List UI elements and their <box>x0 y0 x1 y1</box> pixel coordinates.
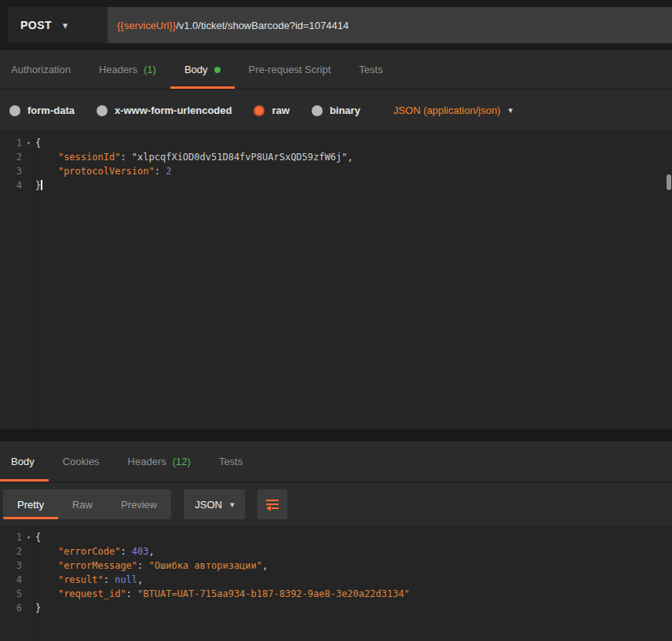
code-text: "errorMessage": "Ошибка авторизации", <box>35 559 268 573</box>
tab-label: Pre-request Script <box>249 64 331 75</box>
tab-response-headers[interactable]: Headers (12) <box>114 441 205 482</box>
response-body-editor[interactable]: 1▾{2 "errorCode": 403,3 "errorMessage": … <box>0 526 672 641</box>
chevron-down-icon: ▾ <box>508 105 513 115</box>
body-mode-binary[interactable]: binary <box>312 104 360 116</box>
body-type-selector: form-data x-www-form-urlencoded raw bina… <box>0 90 672 132</box>
fold-gutter-spacer <box>22 150 35 164</box>
line-number: 4 <box>0 573 22 587</box>
fold-gutter-spacer <box>22 573 35 587</box>
postman-app: POST ▾ {{serviceUrl}} /v1.0/ticket/showB… <box>0 0 672 641</box>
code-text: "result": null, <box>35 573 143 587</box>
request-url-bar: POST ▾ {{serviceUrl}} /v1.0/ticket/showB… <box>0 0 672 50</box>
line-number: 1 <box>0 136 22 150</box>
syntax-token-punc: : <box>104 574 115 585</box>
tab-headers[interactable]: Headers (1) <box>85 50 170 89</box>
syntax-token-key: "protocolVersion" <box>58 166 155 177</box>
line-number: 3 <box>0 559 22 573</box>
tab-response-cookies[interactable]: Cookies <box>49 441 114 482</box>
body-mode-urlencoded[interactable]: x-www-form-urlencoded <box>97 104 232 116</box>
syntax-token-punc: , <box>149 546 155 557</box>
url-input[interactable]: {{serviceUrl}} /v1.0/ticket/showBarcode?… <box>108 7 672 43</box>
fold-toggle-icon[interactable]: ▾ <box>22 136 35 150</box>
syntax-token-plain <box>35 574 58 585</box>
code-line[interactable]: 3 "protocolVersion": 2 <box>0 164 672 178</box>
syntax-token-punc: , <box>347 152 352 163</box>
fold-gutter-spacer <box>22 601 35 615</box>
mode-label: x-www-form-urlencoded <box>115 104 232 116</box>
request-body-editor[interactable]: 1▾{2 "sessionId": "xlpcqfXiOD0dv51D84fvP… <box>0 132 672 429</box>
response-tabs: Body Cookies Headers (12) Tests <box>0 441 672 482</box>
tab-label: Cookies <box>63 456 100 467</box>
code-line[interactable]: 5 "request_id": "BTUAT=UAT-715aa934-b187… <box>0 587 672 601</box>
code-text: "protocolVersion": 2 <box>35 164 171 178</box>
scrollbar-thumb[interactable] <box>667 174 671 190</box>
response-format-dropdown[interactable]: JSON ▾ <box>184 489 245 519</box>
syntax-token-plain <box>35 546 58 557</box>
syntax-token-punc: : <box>155 166 166 177</box>
radio-selected-icon <box>254 105 265 116</box>
syntax-token-plain <box>35 166 58 177</box>
chevron-down-icon: ▾ <box>63 20 68 31</box>
content-type-dropdown[interactable]: JSON (application/json) ▾ <box>393 104 513 116</box>
view-preview-button[interactable]: Preview <box>107 489 171 519</box>
code-line[interactable]: 4 "result": null, <box>0 573 672 587</box>
wrap-lines-icon <box>265 498 280 511</box>
pane-resize-handle[interactable] <box>0 429 672 441</box>
tab-pre-request-script[interactable]: Pre-request Script <box>235 50 345 89</box>
fold-gutter-spacer <box>22 587 35 601</box>
text-cursor <box>41 180 42 190</box>
syntax-token-str: "Ошибка авторизации" <box>149 560 263 571</box>
syntax-token-punc: : <box>120 152 131 163</box>
code-text: "errorCode": 403, <box>35 544 155 559</box>
tab-tests[interactable]: Tests <box>345 50 396 89</box>
tab-response-tests[interactable]: Tests <box>205 441 257 482</box>
body-mode-form-data[interactable]: form-data <box>9 104 75 116</box>
radio-icon <box>97 105 108 116</box>
mode-label: form-data <box>27 104 75 116</box>
tab-response-body[interactable]: Body <box>0 441 49 482</box>
code-line[interactable]: 4} <box>0 178 672 192</box>
green-dot-icon <box>214 67 221 73</box>
view-raw-button[interactable]: Raw <box>58 489 107 519</box>
mode-label: raw <box>272 104 289 116</box>
code-text: { <box>35 136 41 150</box>
response-view-switcher: Pretty Raw Preview <box>3 489 171 519</box>
syntax-token-punc: { <box>35 532 41 543</box>
line-number: 4 <box>0 178 22 192</box>
syntax-token-num: 403 <box>132 546 149 557</box>
syntax-token-plain <box>35 588 58 599</box>
syntax-token-punc: } <box>35 180 41 191</box>
code-line[interactable]: 2 "sessionId": "xlpcqfXiOD0dv51D84fvP8UA… <box>0 150 672 164</box>
syntax-token-str: "xlpcqfXiOD0dv51D84fvP8UArSxQD59zfW6j" <box>132 152 348 163</box>
syntax-token-punc: , <box>262 560 268 571</box>
tab-label: Body <box>184 64 208 75</box>
syntax-token-null: null <box>115 574 137 585</box>
code-line[interactable]: 3 "errorMessage": "Ошибка авторизации", <box>0 559 672 573</box>
method-dropdown[interactable]: POST ▾ <box>8 7 108 43</box>
body-mode-raw[interactable]: raw <box>254 104 289 116</box>
tab-body[interactable]: Body <box>170 50 235 89</box>
code-line[interactable]: 1▾{ <box>0 136 672 150</box>
code-line[interactable]: 1▾{ <box>0 530 672 544</box>
syntax-token-punc: : <box>120 546 131 557</box>
tab-label: Tests <box>359 64 382 75</box>
fold-toggle-icon[interactable]: ▾ <box>22 530 35 544</box>
code-line[interactable]: 6} <box>0 601 672 615</box>
view-pretty-button[interactable]: Pretty <box>3 489 58 519</box>
line-number: 5 <box>0 587 22 601</box>
response-toolbar: Pretty Raw Preview JSON ▾ <box>0 482 672 526</box>
tab-label: Headers <box>128 456 166 467</box>
fold-gutter-spacer <box>22 544 35 559</box>
code-text: { <box>35 530 41 544</box>
code-line[interactable]: 2 "errorCode": 403, <box>0 544 672 559</box>
tab-authorization[interactable]: Authorization <box>0 50 85 89</box>
wrap-lines-button[interactable] <box>257 489 287 519</box>
line-number: 2 <box>0 150 22 164</box>
syntax-token-key: "request_id" <box>58 588 126 599</box>
headers-count-badge: (1) <box>144 64 156 75</box>
line-number: 3 <box>0 164 22 178</box>
request-tabs: Authorization Headers (1) Body Pre-reque… <box>0 50 672 90</box>
headers-count-badge: (12) <box>173 456 191 467</box>
code-text: } <box>35 601 41 615</box>
tab-label: Body <box>11 456 35 467</box>
